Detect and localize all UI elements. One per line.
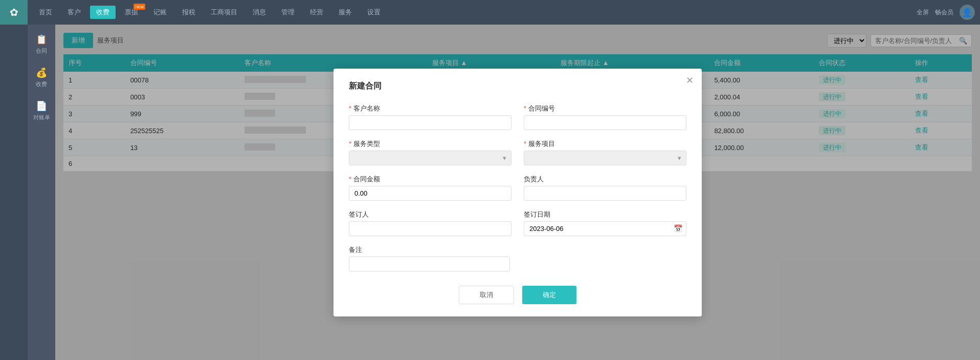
nav-manage[interactable]: 管理	[275, 6, 301, 19]
new-badge: new	[133, 4, 145, 10]
app-sidebar: ✿	[0, 0, 28, 360]
field-service-type: 服务类型	[349, 139, 511, 165]
sign-date-input[interactable]	[524, 221, 686, 236]
field-responsible: 负责人	[524, 175, 686, 201]
sign-date-label: 签订日期	[524, 210, 686, 219]
nav-tax[interactable]: 报税	[176, 6, 202, 19]
field-remarks: 备注	[349, 245, 510, 271]
form-row-1: 客户名称 合同编号	[349, 104, 686, 130]
contract-icon: 📋	[36, 34, 47, 45]
contract-amount-input[interactable]	[349, 186, 511, 201]
contract-amount-label: 合同金额	[349, 175, 511, 184]
sidebar-item-label: 对账单	[33, 114, 50, 121]
signer-input[interactable]	[349, 221, 511, 236]
field-sign-date: 签订日期 📅	[524, 210, 686, 236]
client-name-input[interactable]	[349, 115, 511, 130]
field-service-item: 服务项目	[524, 139, 686, 165]
nav-bizproject[interactable]: 工商项目	[205, 6, 243, 19]
sidebar-item-contract[interactable]: 📋 合同	[28, 30, 55, 59]
service-type-select-wrapper	[349, 151, 511, 165]
form-row-3: 合同金额 负责人	[349, 175, 686, 201]
form-row-5: 备注	[349, 245, 686, 271]
inner-sidebar: 📋 合同 💰 收费 📄 对账单	[28, 25, 55, 360]
form-row-4: 签订人 签订日期 📅	[349, 210, 686, 236]
modal-footer: 取消 确定	[349, 286, 686, 304]
sidebar-item-billing[interactable]: 💰 收费	[28, 63, 55, 92]
service-type-label: 服务类型	[349, 139, 511, 149]
billing-icon: 💰	[36, 67, 47, 78]
page-main: 新增 服务项目 进行中 全部 已终止 🔍 序号 合同编号	[55, 25, 980, 360]
topnav-right: 全屏 畅会员 👤	[917, 5, 975, 20]
service-item-select[interactable]	[524, 151, 686, 165]
modal-overlay: 新建合同 ✕ 客户名称 合同编号 服	[55, 25, 980, 360]
service-item-select-wrapper	[524, 151, 686, 165]
field-client-name: 客户名称	[349, 104, 511, 130]
remarks-input[interactable]	[349, 257, 510, 271]
new-contract-modal: 新建合同 ✕ 客户名称 合同编号 服	[333, 69, 702, 316]
contract-no-label: 合同编号	[524, 104, 686, 113]
nav-invoice[interactable]: 票据 new	[119, 6, 144, 19]
sidebar-item-label: 收费	[36, 80, 47, 88]
cancel-button[interactable]: 取消	[459, 286, 514, 304]
main-container: 首页 客户 收费 票据 new 记账 报税 工商项目 消息 管理 经营 服务 设…	[28, 0, 980, 360]
signer-label: 签订人	[349, 210, 511, 219]
statement-icon: 📄	[36, 100, 47, 112]
responsible-label: 负责人	[524, 175, 686, 184]
member-button[interactable]: 畅会员	[935, 8, 953, 17]
confirm-button[interactable]: 确定	[522, 286, 576, 304]
nav-client[interactable]: 客户	[61, 6, 87, 19]
nav-home[interactable]: 首页	[33, 6, 58, 19]
contract-no-input[interactable]	[524, 115, 686, 130]
modal-close-button[interactable]: ✕	[686, 76, 694, 85]
remarks-label: 备注	[349, 245, 510, 255]
service-type-select[interactable]	[349, 151, 511, 165]
sidebar-item-statement[interactable]: 📄 对账单	[28, 96, 55, 125]
app-logo[interactable]: ✿	[0, 0, 28, 25]
content-area: 📋 合同 💰 收费 📄 对账单 新增 服务项目 进行中 全部 已终止	[28, 25, 980, 360]
modal-title: 新建合同	[349, 81, 686, 92]
avatar[interactable]: 👤	[960, 5, 975, 20]
sidebar-item-label: 合同	[36, 47, 47, 55]
field-contract-no: 合同编号	[524, 104, 686, 130]
fullscreen-button[interactable]: 全屏	[917, 8, 929, 17]
nav-service[interactable]: 服务	[332, 6, 358, 19]
nav-billing[interactable]: 收费	[90, 6, 116, 19]
nav-business[interactable]: 经营	[304, 6, 329, 19]
service-item-label: 服务项目	[524, 139, 686, 149]
nav-settings[interactable]: 设置	[361, 6, 387, 19]
field-contract-amount: 合同金额	[349, 175, 511, 201]
sign-date-wrapper: 📅	[524, 221, 686, 236]
client-name-label: 客户名称	[349, 104, 511, 113]
field-signer: 签订人	[349, 210, 511, 236]
form-row-2: 服务类型 服务项目	[349, 139, 686, 165]
responsible-input[interactable]	[524, 186, 686, 201]
nav-message[interactable]: 消息	[247, 6, 272, 19]
top-navigation: 首页 客户 收费 票据 new 记账 报税 工商项目 消息 管理 经营 服务 设…	[28, 0, 980, 25]
nav-bookkeeping[interactable]: 记账	[147, 6, 173, 19]
